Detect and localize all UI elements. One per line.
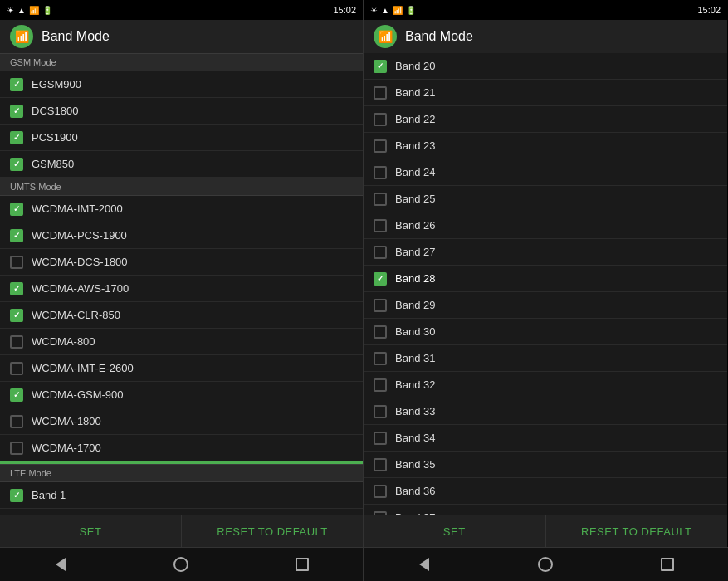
checkbox-wcdma-aws1700[interactable] — [10, 282, 23, 295]
item-band34[interactable]: Band 34 — [364, 425, 727, 452]
reset-button-right[interactable]: Reset to default — [545, 515, 728, 547]
checkbox-wcdma-800[interactable] — [10, 335, 23, 349]
checkbox-band34[interactable] — [374, 432, 387, 445]
checkbox-wcdma-dcs1800[interactable] — [10, 256, 23, 269]
label-gsm850: GSM850 — [32, 158, 74, 170]
label-band25: Band 25 — [395, 193, 435, 205]
checkbox-wcdma-clr850[interactable] — [10, 309, 23, 322]
label-band21: Band 21 — [395, 86, 435, 99]
item-band32[interactable]: Band 32 — [364, 372, 727, 398]
checkbox-band20[interactable] — [374, 60, 387, 73]
item-wcdma-gsm900[interactable]: WCDMA-GSM-900 — [0, 382, 363, 408]
item-band29[interactable]: Band 29 — [364, 292, 727, 319]
checkbox-wcdma-1700[interactable] — [10, 442, 23, 455]
nav-bar — [0, 547, 728, 581]
back-button-left[interactable] — [44, 548, 77, 581]
checkbox-band32[interactable] — [374, 378, 387, 392]
section-header-umts: UMTS Mode — [0, 178, 363, 196]
checkbox-band26[interactable] — [374, 219, 387, 232]
status-time-right: 15:02 — [697, 5, 721, 15]
title-left: Band Mode — [42, 29, 110, 44]
item-band2[interactable]: Band 2 — [0, 509, 363, 515]
set-button-right[interactable]: SET — [364, 515, 545, 547]
item-band21[interactable]: Band 21 — [364, 80, 727, 106]
label-band30: Band 30 — [395, 325, 435, 338]
item-band30[interactable]: Band 30 — [364, 319, 727, 345]
checkbox-wcdma-imte2600[interactable] — [10, 362, 23, 375]
home-button-left[interactable] — [164, 548, 198, 581]
checkbox-band22[interactable] — [374, 113, 387, 126]
item-dcs1800[interactable]: DCS1800 — [0, 98, 363, 124]
label-band36: Band 36 — [395, 485, 435, 497]
item-egsm900[interactable]: EGSM900 — [0, 71, 363, 98]
checkbox-band25[interactable] — [374, 193, 387, 206]
home-button-right[interactable] — [529, 548, 562, 581]
item-band35[interactable]: Band 35 — [364, 452, 727, 478]
checkbox-band28[interactable] — [374, 272, 387, 286]
label-band20: Band 20 — [395, 60, 435, 72]
item-band20[interactable]: Band 20 — [364, 53, 727, 80]
section-header-lte: LTE Mode — [0, 464, 363, 482]
item-band33[interactable]: Band 33 — [364, 398, 727, 425]
back-button-right[interactable] — [408, 548, 441, 581]
label-band33: Band 33 — [395, 405, 435, 417]
item-wcdma-imt2000[interactable]: WCDMA-IMT-2000 — [0, 196, 363, 222]
checkbox-wcdma-pcs1900[interactable] — [10, 229, 23, 242]
checkbox-band27[interactable] — [374, 246, 387, 259]
checkbox-band29[interactable] — [374, 299, 387, 312]
item-band27[interactable]: Band 27 — [364, 239, 727, 266]
checkbox-band36[interactable] — [374, 485, 387, 498]
label-band29: Band 29 — [395, 299, 435, 311]
item-band1[interactable]: Band 1 — [0, 482, 363, 509]
time-left: 15:02 — [333, 5, 356, 15]
item-pcs1900[interactable]: PCS1900 — [0, 124, 363, 151]
item-band37[interactable]: Band 37 — [364, 505, 727, 515]
checkbox-pcs1900[interactable] — [10, 131, 23, 144]
item-wcdma-dcs1800[interactable]: WCDMA-DCS-1800 — [0, 249, 363, 276]
checkbox-dcs1800[interactable] — [10, 105, 23, 118]
item-band24[interactable]: Band 24 — [364, 159, 727, 186]
item-wcdma-clr850[interactable]: WCDMA-CLR-850 — [0, 302, 363, 329]
checkbox-band24[interactable] — [374, 166, 387, 179]
item-wcdma-800[interactable]: WCDMA-800 — [0, 329, 363, 355]
item-wcdma-aws1700[interactable]: WCDMA-AWS-1700 — [0, 276, 363, 302]
label-band34: Band 34 — [395, 432, 435, 444]
item-band26[interactable]: Band 26 — [364, 212, 727, 239]
item-wcdma-pcs1900[interactable]: WCDMA-PCS-1900 — [0, 222, 363, 249]
checkbox-band23[interactable] — [374, 139, 387, 153]
checkbox-band1[interactable] — [10, 489, 23, 502]
item-gsm850[interactable]: GSM850 — [0, 151, 363, 178]
item-wcdma-1800[interactable]: WCDMA-1800 — [0, 408, 363, 435]
item-band23[interactable]: Band 23 — [364, 133, 727, 159]
time-right: 15:02 — [697, 5, 721, 15]
set-button-left[interactable]: SET — [0, 515, 181, 547]
app-icon-left: 📶 — [10, 25, 33, 48]
battery-icon: 🔋 — [42, 6, 52, 15]
checkbox-gsm850[interactable] — [10, 158, 23, 171]
back-icon-right — [419, 558, 429, 571]
status-bar-right: ☀ ▲ 📶 🔋 15:02 — [364, 0, 727, 20]
item-band31[interactable]: Band 31 — [364, 345, 727, 372]
section-header-gsm: GSM Mode — [0, 53, 363, 71]
recents-button-left[interactable] — [286, 548, 319, 581]
checkbox-band31[interactable] — [374, 352, 387, 365]
reset-button-left[interactable]: Reset to default — [181, 515, 363, 547]
recents-button-right[interactable] — [651, 548, 684, 581]
item-band28[interactable]: Band 28 — [364, 266, 727, 292]
checkbox-band35[interactable] — [374, 458, 387, 471]
checkbox-band30[interactable] — [374, 325, 387, 339]
item-wcdma-imte2600[interactable]: WCDMA-IMT-E-2600 — [0, 355, 363, 382]
network-icon: ▲ — [17, 6, 26, 15]
item-wcdma-1700[interactable]: WCDMA-1700 — [0, 435, 363, 461]
checkbox-egsm900[interactable] — [10, 78, 23, 91]
brightness-icon: ☀ — [7, 6, 14, 15]
checkbox-band21[interactable] — [374, 86, 387, 100]
checkbox-wcdma-gsm900[interactable] — [10, 388, 23, 402]
checkbox-wcdma-imt2000[interactable] — [10, 203, 23, 216]
item-band36[interactable]: Band 36 — [364, 478, 727, 505]
checkbox-band33[interactable] — [374, 405, 387, 418]
checkbox-wcdma-1800[interactable] — [10, 415, 23, 428]
item-band22[interactable]: Band 22 — [364, 106, 727, 133]
item-band25[interactable]: Band 25 — [364, 186, 727, 212]
app-icon-right: 📶 — [374, 25, 397, 48]
